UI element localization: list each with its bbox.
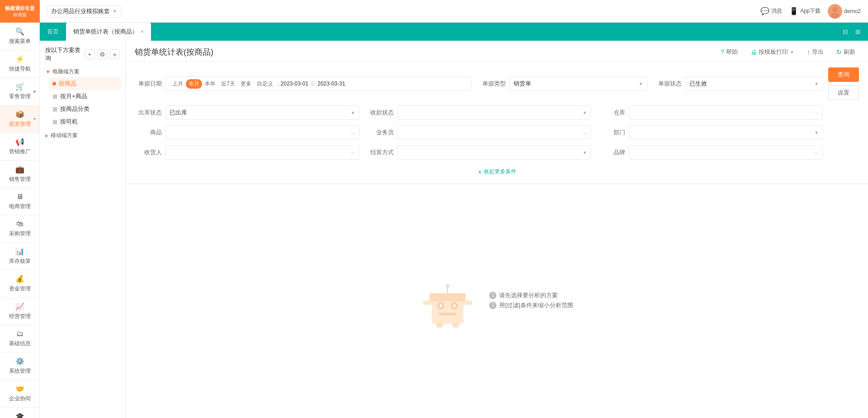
query-button[interactable]: 查询	[828, 67, 859, 82]
brand-select[interactable]: ···	[629, 145, 823, 160]
sidebar-item-operations[interactable]: 📈 经营管理	[0, 298, 39, 325]
sidebar-item-retail[interactable]: 🛒 零售管理 ▶	[0, 78, 39, 105]
settings-scheme-btn[interactable]: ⚙	[97, 49, 107, 59]
nav-icon: ⚡	[15, 55, 24, 63]
recipient-select[interactable]: ···	[165, 145, 359, 160]
sidebar-item-ecommerce[interactable]: 🖥 电商管理	[0, 188, 39, 215]
chevron-down-icon: ▼	[790, 50, 794, 55]
sidebar-item-basic[interactable]: 🗂 基础信息	[0, 325, 39, 352]
export-label: 导出	[812, 48, 824, 56]
help-icon: ?	[721, 48, 724, 56]
chevron-down-icon: ▼	[582, 150, 587, 155]
department-select[interactable]: ▼	[629, 125, 823, 140]
date-tab-this-year[interactable]: 本年	[202, 79, 218, 89]
scheme-items: 按商品 ▦ 按月+商品 ▦ 按商品分类 ▦ 按司机	[43, 77, 122, 128]
stock-status-field: 出库状态 已出库 ▼	[135, 105, 359, 120]
filter-row-1: 单据日期 上月 本月 本年 近7天 更多 自定义 | 2023-0	[135, 67, 859, 100]
page-header: 销货单统计表(按商品) ? 帮助 🖨 按模板打印 ▼ ↑ 导出	[126, 41, 868, 62]
sidebar-item-search-menu[interactable]: 🔍 搜索菜单	[0, 23, 39, 50]
collapse-label: 收起更多条件	[484, 168, 516, 176]
scheme-item-by-cashier[interactable]: ▦ 按司机	[49, 115, 122, 128]
staff-ellipsis: ···	[582, 129, 587, 136]
sidebar-item-sales[interactable]: 💼 销售管理	[0, 161, 39, 188]
tab-close-btn[interactable]: ×	[141, 29, 144, 34]
app-selector[interactable]: 办公用品行业模拟账套 ▼	[47, 5, 121, 18]
date-tab-this-month[interactable]: 本月	[186, 79, 202, 89]
staff-select[interactable]: ···	[397, 125, 591, 140]
brand-ellipsis: ···	[814, 149, 819, 156]
product-select[interactable]: ···	[165, 125, 359, 140]
scheme-item-by-month-product[interactable]: ▦ 按月+商品	[49, 90, 122, 103]
main-area: 办公用品行业模拟账套 ▼ 💬 消息 📱 App下载	[40, 0, 868, 418]
sidebar-item-purchase[interactable]: 🛍 采购管理	[0, 215, 39, 242]
coop-icon: 🤝	[15, 385, 24, 393]
tab-active-label: 销货单统计表（按商品）	[73, 28, 138, 36]
maximize-btn[interactable]: ⊞	[854, 27, 863, 36]
add-scheme-btn[interactable]: +	[85, 49, 94, 59]
filter-sidebar-actions: + ⚙ «	[85, 49, 120, 59]
sidebar-item-enterprise-coop[interactable]: 🤝 企业协同	[0, 380, 39, 408]
empty-illustration	[420, 274, 475, 328]
refresh-icon: ↻	[836, 48, 842, 56]
svg-rect-15	[452, 323, 459, 328]
app-logo[interactable]: 畅捷通好生意 标准版	[0, 0, 40, 23]
date-tab-last-month[interactable]: 上月	[170, 79, 186, 89]
export-btn[interactable]: ↑ 导出	[803, 46, 827, 58]
stock-status-select[interactable]: 已出库 ▼	[165, 105, 359, 120]
logo-line1: 畅捷通好生意	[5, 5, 35, 11]
search-icon: 🔍	[15, 27, 24, 36]
message-btn[interactable]: 💬 消息	[760, 7, 782, 15]
template-print-btn[interactable]: 🖨 按模板打印 ▼	[747, 46, 798, 58]
filter-sidebar-header: 按以下方案查询 + ⚙ «	[40, 41, 125, 66]
stock-status-label: 出库状态	[135, 109, 162, 117]
svg-rect-7	[439, 313, 457, 315]
date-tab-more[interactable]: 更多	[238, 79, 254, 89]
payment-status-select[interactable]: ▼	[397, 105, 591, 120]
header-actions: 💬 消息 📱 App下载 demo2	[760, 4, 861, 19]
hint-num-2: 2	[489, 302, 496, 309]
settings-button[interactable]: 设置	[828, 86, 859, 100]
tab-active[interactable]: 销货单统计表（按商品） ×	[66, 23, 151, 41]
date-range-input[interactable]: 上月 本月 本年 近7天 更多 自定义 | 2023-03-01 至 2023-…	[165, 76, 472, 91]
finance-icon: 💰	[15, 275, 24, 283]
tab-home[interactable]: 首页	[40, 23, 66, 41]
mobile-group-header[interactable]: ▶ 移动端方案	[43, 130, 122, 141]
chevron-down-icon: ▼	[45, 69, 51, 75]
sidebar-item-quick-nav[interactable]: ⚡ 快捷导航	[0, 50, 39, 78]
sidebar-item-system[interactable]: ⚙️ 系统管理	[0, 352, 39, 380]
sidebar-item-wholesale[interactable]: 📦 批发管理 ▼	[0, 105, 39, 133]
sidebar-item-new-guide[interactable]: 🎓 新手引导	[0, 408, 39, 418]
empty-hint-2: 2 用[过滤]条件来缩小分析范围	[489, 301, 573, 309]
sidebar-item-label: 基础信息	[9, 340, 31, 347]
doc-type-label: 单据类型	[479, 80, 506, 88]
payment-status-label: 收款状态	[367, 109, 394, 117]
date-tab-7days[interactable]: 近7天	[218, 79, 238, 89]
scheme-label: 按商品	[59, 80, 76, 88]
hint-1-text: 请先选择要分析的方案	[499, 291, 558, 299]
doc-status-select[interactable]: 已生效 ▼	[685, 76, 823, 91]
basic-icon: 🗂	[16, 330, 24, 338]
minimize-btn[interactable]: ⊟	[841, 27, 850, 36]
collapse-btn[interactable]: ∧ 收起更多条件	[135, 165, 859, 178]
guide-icon: 🎓	[15, 412, 24, 418]
brand-label: 品牌	[598, 148, 625, 157]
download-app-btn[interactable]: 📱 App下载	[789, 7, 821, 15]
refresh-btn[interactable]: ↻ 刷新	[833, 46, 859, 58]
collapse-sidebar-btn[interactable]: «	[110, 49, 120, 59]
svg-point-1	[832, 7, 838, 12]
sidebar-item-finance[interactable]: 💰 资金管理	[0, 270, 39, 298]
user-profile[interactable]: demo2	[828, 4, 861, 19]
desktop-group-header[interactable]: ▼ 电脑端方案	[43, 66, 122, 77]
doc-type-select[interactable]: 销货单 ▼	[509, 76, 647, 91]
warehouse-select[interactable]: ···	[629, 105, 823, 120]
payment-method-select[interactable]: ▼	[397, 145, 591, 160]
chevron-down-icon: ▼	[351, 110, 355, 115]
chevron-down-icon: ▼	[33, 117, 37, 121]
doc-status-value: 已生效	[689, 80, 707, 88]
help-btn[interactable]: ? 帮助	[717, 46, 741, 58]
sidebar-item-inventory[interactable]: 📊 库存核算	[0, 242, 39, 270]
scheme-item-by-category[interactable]: ▦ 按商品分类	[49, 103, 122, 115]
sidebar-item-marketing[interactable]: 📢 营销推广	[0, 133, 39, 161]
date-tab-custom[interactable]: 自定义	[254, 79, 276, 89]
scheme-item-by-product[interactable]: 按商品	[49, 77, 122, 90]
